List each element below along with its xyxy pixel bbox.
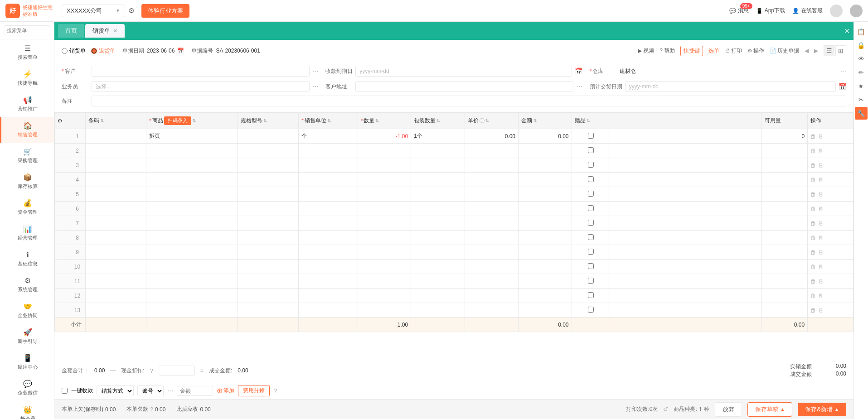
radio-return-input[interactable] xyxy=(91,48,97,54)
row-amount[interactable] xyxy=(518,245,572,260)
sidebar-item-basics[interactable]: ℹ基础信息 xyxy=(0,246,54,272)
add-button[interactable]: ⊕ 添加 xyxy=(217,386,234,395)
user-avatar2[interactable] xyxy=(850,5,863,17)
customer-address-input[interactable] xyxy=(355,81,573,92)
row-product[interactable] xyxy=(146,289,238,303)
footer-help-icon[interactable]: ? xyxy=(273,387,277,395)
company-selector[interactable]: XXXXXX公司 ▼ xyxy=(62,5,125,17)
row-price[interactable] xyxy=(465,158,519,173)
row-pkgqty[interactable] xyxy=(411,289,465,303)
warehouse-dots-icon[interactable]: ··· xyxy=(840,67,846,75)
sort-qty-icon[interactable]: ⇅ xyxy=(375,118,379,123)
gift-checkbox[interactable] xyxy=(588,205,594,211)
address-dots-icon[interactable]: ··· xyxy=(576,82,582,91)
row-pkgqty[interactable] xyxy=(411,144,465,158)
discount-input[interactable] xyxy=(159,366,195,376)
delete-icon[interactable]: 🗑 xyxy=(810,148,816,154)
row-qty[interactable] xyxy=(358,260,411,274)
row-amount[interactable] xyxy=(518,202,572,216)
delete-icon[interactable]: 🗑 xyxy=(810,278,816,284)
salesperson-input[interactable] xyxy=(92,81,310,92)
gift-checkbox[interactable] xyxy=(588,147,594,153)
row-amount[interactable] xyxy=(518,158,572,173)
price-info-icon[interactable]: ⓘ xyxy=(480,117,485,124)
row-qty[interactable] xyxy=(358,202,411,216)
discard-button[interactable]: 放弃 xyxy=(715,402,742,417)
sidebar-item-operations[interactable]: 📊经营管理 xyxy=(0,220,54,246)
row-gift[interactable] xyxy=(572,202,610,216)
row-amount[interactable] xyxy=(518,303,572,318)
refresh-icon[interactable]: ↺ xyxy=(663,406,668,413)
settings-gear-button[interactable]: ⚙ xyxy=(125,5,138,17)
row-price[interactable] xyxy=(465,173,519,187)
sidebar-item-newbie[interactable]: 🚀新手引导 xyxy=(0,323,54,349)
calendar-icon[interactable]: 📅 xyxy=(177,48,184,54)
gift-checkbox[interactable] xyxy=(588,133,594,139)
row-barcode[interactable] xyxy=(86,216,146,231)
row-qty[interactable] xyxy=(358,274,411,289)
row-amount[interactable] xyxy=(518,187,572,202)
row-unit[interactable] xyxy=(299,274,358,289)
row-product[interactable] xyxy=(146,216,238,231)
row-spec[interactable] xyxy=(238,216,298,231)
delete-icon[interactable]: 🗑 xyxy=(810,206,816,212)
delete-icon[interactable]: 🗑 xyxy=(810,220,816,226)
sort-unit-icon[interactable]: ⇅ xyxy=(327,118,331,123)
row-price[interactable] xyxy=(465,303,519,318)
copy-icon[interactable]: ⎘ xyxy=(819,278,822,284)
row-gift[interactable] xyxy=(572,216,610,231)
row-price[interactable] xyxy=(465,274,519,289)
row-price[interactable] xyxy=(465,187,519,202)
copy-icon[interactable]: ⎘ xyxy=(819,133,822,140)
row-barcode[interactable] xyxy=(86,202,146,216)
account-select[interactable]: 账号 xyxy=(137,385,164,396)
row-amount[interactable] xyxy=(518,260,572,274)
sort-pkgqty-icon[interactable]: ⇅ xyxy=(436,118,440,123)
tab-close-icon[interactable]: ✕ xyxy=(113,28,117,34)
tab-sales[interactable]: 销货单 ✕ xyxy=(85,24,125,38)
help-icon2[interactable]: ? xyxy=(150,406,153,413)
sidebar-item-sales-mgmt[interactable]: 🏠销售管理 xyxy=(0,117,54,143)
row-qty[interactable] xyxy=(358,245,411,260)
gift-checkbox[interactable] xyxy=(588,249,594,255)
radio-sales[interactable]: 销货单 xyxy=(62,47,86,55)
row-gift[interactable] xyxy=(572,158,610,173)
copy-icon[interactable]: ⎘ xyxy=(819,220,822,226)
row-amount[interactable] xyxy=(518,231,572,245)
row-barcode[interactable] xyxy=(86,303,146,318)
row-product[interactable] xyxy=(146,173,238,187)
sort-spec-icon[interactable]: ⇅ xyxy=(263,118,267,123)
calc-method-select[interactable]: 结算方式 xyxy=(97,385,134,396)
gift-checkbox[interactable] xyxy=(588,220,594,226)
row-pkgqty[interactable] xyxy=(411,173,465,187)
row-product[interactable] xyxy=(146,158,238,173)
radio-return[interactable]: 退货单 xyxy=(91,47,115,55)
row-qty[interactable]: -1.00 xyxy=(358,129,411,144)
row-pkgqty[interactable] xyxy=(411,202,465,216)
row-amount[interactable] xyxy=(518,173,572,187)
history-action[interactable]: 📄历史单据 xyxy=(770,47,799,55)
row-amount[interactable] xyxy=(518,144,572,158)
row-price[interactable] xyxy=(465,260,519,274)
row-product[interactable] xyxy=(146,260,238,274)
row-gift[interactable] xyxy=(572,274,610,289)
row-price[interactable] xyxy=(465,289,519,303)
chevron-up-icon[interactable]: ▲ xyxy=(781,407,785,412)
rt-btn-6[interactable]: ✂ xyxy=(855,93,868,106)
row-price[interactable] xyxy=(465,216,519,231)
row-qty[interactable] xyxy=(358,231,411,245)
sidebar-item-quick-nav[interactable]: ⚡快捷导航 xyxy=(0,65,54,91)
delete-icon[interactable]: 🗑 xyxy=(810,307,816,313)
row-pkgqty[interactable] xyxy=(411,158,465,173)
print-action[interactable]: 🖨打印 xyxy=(725,47,742,55)
row-spec[interactable] xyxy=(238,245,298,260)
row-barcode[interactable] xyxy=(86,158,146,173)
sidebar-item-wechat[interactable]: 💬企业微信 xyxy=(0,375,54,401)
rt-btn-1[interactable]: 📋 xyxy=(855,25,868,38)
scan-button[interactable]: 扫码录入 xyxy=(164,116,191,125)
rt-btn-4[interactable]: ✏ xyxy=(855,66,868,79)
row-unit[interactable] xyxy=(299,303,358,318)
row-spec[interactable] xyxy=(238,202,298,216)
row-amount[interactable] xyxy=(518,274,572,289)
rt-btn-7[interactable]: 🔧 xyxy=(855,107,868,120)
